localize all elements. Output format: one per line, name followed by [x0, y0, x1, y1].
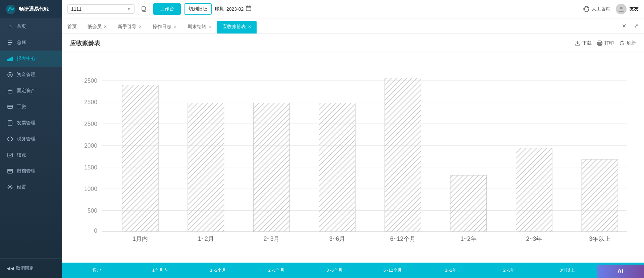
svg-rect-17	[8, 153, 12, 157]
bar-chart: 2500 2500 2500 2000 1500 1000 500 0	[70, 56, 636, 263]
fullscreen-btn[interactable]: ⤢	[631, 21, 641, 31]
sidebar-item-label: 资金管理	[17, 72, 36, 78]
svg-text:2~3月: 2~3月	[264, 235, 280, 242]
sidebar-item-home[interactable]: ⌂ 首页	[0, 18, 62, 34]
sidebar-item-assets[interactable]: 固定资产	[0, 83, 62, 99]
svg-rect-5	[7, 59, 9, 61]
svg-text:2~3年: 2~3年	[526, 235, 542, 242]
bar-6-12月	[385, 78, 421, 232]
tab-log[interactable]: 操作日志 ✕	[147, 21, 182, 33]
tab-period-end-label: 期末结转	[187, 24, 206, 30]
user-info[interactable]: 友友	[616, 4, 639, 14]
tab-ar-aging-close[interactable]: ✕	[248, 24, 251, 29]
dropdown-arrow-icon: ▼	[127, 7, 131, 11]
tab-ar-aging[interactable]: 应收账龄表 ✕	[217, 21, 257, 33]
tab-period-end[interactable]: 期末结转 ✕	[182, 21, 217, 33]
cancel-fixed-btn[interactable]: ◀◀ 取消固定	[0, 262, 62, 275]
calendar-icon[interactable]	[246, 5, 252, 13]
main-area: 1111 ▼ 工作台 切到旧版 账期 2023-02	[62, 0, 644, 278]
svg-rect-3	[8, 42, 12, 43]
page-actions: 下载 打印	[575, 40, 636, 46]
sidebar-item-salary[interactable]: 工资	[0, 99, 62, 115]
copy-icon-btn[interactable]	[138, 3, 150, 15]
page-content: 应收账龄表 下载	[62, 34, 644, 263]
sidebar-item-invoice[interactable]: 发票管理	[0, 115, 62, 131]
period-value: 2023-02	[226, 6, 244, 12]
tab-member-label: 畅会员	[88, 24, 102, 30]
sidebar-bottom: ◀◀ 取消固定	[0, 258, 62, 278]
th-1month: 1个月内	[131, 267, 189, 273]
svg-rect-29	[584, 9, 585, 10]
download-button[interactable]: 下载	[575, 40, 592, 46]
sidebar-item-label: 税务管理	[17, 136, 36, 142]
tab-ar-aging-label: 应收账龄表	[222, 24, 246, 30]
tab-guide[interactable]: 新手引导 ✕	[112, 21, 147, 33]
user-name: 友友	[629, 6, 639, 12]
tab-log-close[interactable]: ✕	[173, 24, 177, 29]
svg-text:1月内: 1月内	[132, 235, 148, 242]
top-header: 1111 ▼ 工作台 切到旧版 账期 2023-02	[62, 0, 644, 18]
svg-text:1~2月: 1~2月	[198, 235, 214, 242]
svg-text:2500: 2500	[84, 121, 97, 127]
close-tab-btn[interactable]: ✕	[619, 21, 629, 31]
print-button[interactable]: 打印	[597, 40, 614, 46]
svg-rect-30	[588, 9, 589, 10]
svg-point-31	[620, 7, 623, 9]
th-customer: 客户	[62, 267, 131, 273]
sidebar-item-checkout[interactable]: 结账	[0, 147, 62, 163]
sidebar-item-label: 固定资产	[17, 88, 36, 94]
th-6-12month: 6~12个月	[364, 267, 422, 273]
svg-rect-24	[246, 6, 251, 11]
table-header-bar: 客户 1个月内 1~2个月 2~3个月 3~6个月 6~12个月 1~2年 2~…	[62, 263, 644, 278]
th-1-2year: 1~2年	[422, 267, 480, 273]
tab-guide-close[interactable]: ✕	[139, 24, 142, 29]
tab-member-close[interactable]: ✕	[104, 24, 107, 29]
tab-period-end-close[interactable]: ✕	[208, 24, 212, 29]
svg-text:2000: 2000	[84, 142, 97, 149]
svg-point-21	[9, 187, 11, 188]
app-name: 畅捷通易代账	[19, 6, 49, 12]
checkout-icon	[7, 152, 13, 158]
print-label: 打印	[604, 40, 614, 46]
sidebar-logo: 畅捷通易代账	[0, 0, 62, 18]
chart-container: 2500 2500 2500 2000 1500 1000 500 0	[62, 53, 644, 263]
svg-rect-6	[9, 58, 11, 61]
period-prefix: 账期	[215, 6, 224, 12]
funds-icon: ¥	[7, 71, 13, 78]
svg-point-1	[13, 8, 14, 9]
app-logo-icon	[5, 4, 16, 15]
sidebar-item-label: 总账	[17, 40, 26, 46]
refresh-icon	[619, 41, 625, 46]
tab-member[interactable]: 畅会员 ✕	[82, 21, 112, 33]
cancel-fixed-label: 取消固定	[16, 265, 34, 271]
account-selector[interactable]: 1111 ▼	[67, 4, 135, 14]
sidebar-item-settings[interactable]: 设置	[0, 179, 62, 195]
sidebar-item-label: 发票管理	[17, 120, 36, 126]
refresh-button[interactable]: 刷新	[619, 40, 636, 46]
sidebar-item-funds[interactable]: ¥ 资金管理	[0, 67, 62, 83]
switch-version-button[interactable]: 切到旧版	[184, 3, 212, 15]
refresh-label: 刷新	[627, 40, 636, 46]
home-icon: ⌂	[7, 23, 13, 30]
ai-assistant-btn[interactable]: Ai	[597, 265, 644, 278]
tab-home[interactable]: 首页	[62, 21, 82, 33]
consult-label: 人工咨询	[592, 6, 610, 12]
sidebar-item-reports[interactable]: 报表中心	[0, 51, 62, 67]
sidebar-item-archive[interactable]: 归档管理	[0, 163, 62, 179]
bar-2-3月	[254, 103, 290, 232]
ledger-icon	[7, 39, 13, 46]
sidebar-item-label: 结账	[17, 152, 26, 158]
svg-rect-4	[8, 44, 11, 45]
svg-rect-11	[8, 105, 12, 109]
page-header: 应收账龄表 下载	[62, 34, 644, 53]
bar-2-3年	[516, 148, 552, 232]
svg-text:1000: 1000	[84, 186, 97, 192]
workbench-button[interactable]: 工作台	[153, 3, 181, 15]
sidebar-item-label: 工资	[17, 104, 26, 110]
print-icon	[597, 41, 602, 46]
consult-button[interactable]: 人工咨询	[583, 6, 610, 12]
sidebar-item-tax[interactable]: 税务管理	[0, 131, 62, 147]
sidebar-item-ledger[interactable]: 总账	[0, 34, 62, 51]
tabs-actions: ✕ ⤢	[619, 21, 641, 31]
th-3-6month: 3~6个月	[306, 267, 364, 273]
